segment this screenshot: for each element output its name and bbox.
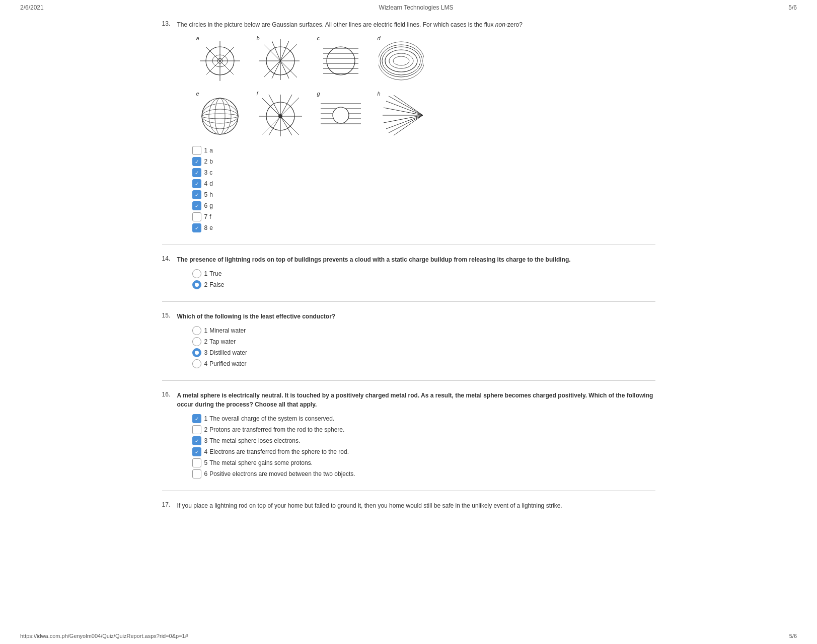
q16-option-6[interactable]: 6 Positive electrons are moved between t… — [192, 469, 655, 478]
q17-text: If you place a lightning rod on top of y… — [177, 501, 562, 510]
gaussian-label-f: f — [257, 91, 258, 97]
q14-option-1[interactable]: 1 True — [192, 269, 655, 278]
svg-point-36 — [393, 56, 409, 65]
page-num: 5/6 — [788, 4, 797, 11]
question-14: 14. The presence of lightning rods on to… — [162, 255, 655, 302]
gaussian-label-a: a — [196, 35, 199, 41]
svg-point-24 — [327, 47, 355, 75]
q13-opt6-label: g — [209, 202, 213, 209]
q15-radio-4[interactable] — [192, 359, 201, 368]
gaussian-e: e — [192, 90, 248, 140]
q16-checkbox-1[interactable] — [192, 414, 201, 423]
q15-option-2[interactable]: 2 Tap water — [192, 337, 655, 346]
svg-line-63 — [389, 96, 423, 115]
q13-option-1[interactable]: 1 a — [192, 146, 655, 155]
question-16: 16. A metal sphere is electrically neutr… — [162, 391, 655, 491]
q13-checkbox-7[interactable] — [192, 212, 201, 221]
q15-number: 15. — [162, 312, 177, 321]
q13-checkbox-4[interactable] — [192, 179, 201, 188]
q15-option-4[interactable]: 4 Purified water — [192, 359, 655, 368]
q13-opt4-label: d — [209, 180, 213, 187]
q16-option-5[interactable]: 5 The metal sphere gains some protons. — [192, 458, 655, 467]
q15-radio-2[interactable] — [192, 337, 201, 346]
q13-checkbox-2[interactable] — [192, 157, 201, 166]
q16-opt6-num: 6 — [204, 470, 208, 477]
q13-option-7[interactable]: 7 f — [192, 212, 655, 221]
q13-opt7-label: f — [209, 213, 211, 220]
q14-opt1-num: 1 — [204, 270, 208, 277]
svg-point-62 — [333, 107, 349, 123]
q16-number: 16. — [162, 391, 177, 409]
gaussian-label-c: c — [317, 35, 320, 41]
q16-option-4[interactable]: 4 Electrons are transferred from the sph… — [192, 447, 655, 456]
q16-opt2-num: 2 — [204, 426, 208, 433]
q15-opt3-label: Distilled water — [209, 349, 247, 356]
q15-opt1-num: 1 — [204, 327, 208, 334]
gaussian-label-g: g — [317, 91, 320, 97]
svg-line-5 — [206, 47, 220, 61]
svg-line-49 — [280, 98, 299, 116]
question-15: 15. Which of the following is the least … — [162, 312, 655, 381]
q13-opt5-num: 5 — [204, 191, 208, 198]
q15-option-3[interactable]: 3 Distilled water — [192, 348, 655, 357]
q13-opt3-label: c — [209, 169, 212, 176]
q15-text: Which of the following is the least effe… — [177, 312, 336, 321]
q16-opt3-num: 3 — [204, 437, 208, 444]
q16-opt2-label: Protons are transferred from the rod to … — [209, 426, 344, 433]
q13-checkbox-3[interactable] — [192, 168, 201, 177]
q13-option-8[interactable]: 8 e — [192, 223, 655, 232]
q15-opt2-num: 2 — [204, 338, 208, 345]
svg-point-38 — [202, 109, 238, 123]
q13-option-2[interactable]: 2 b — [192, 157, 655, 166]
q15-radio-1[interactable] — [192, 326, 201, 335]
q16-opt6-label: Positive electrons are moved between the… — [209, 470, 355, 477]
q16-opt5-num: 5 — [204, 459, 208, 466]
q16-option-3[interactable]: 3 The metal sphere loses electrons. — [192, 436, 655, 445]
q13-checkbox-5[interactable] — [192, 190, 201, 199]
q13-option-5[interactable]: 5 h — [192, 190, 655, 199]
q13-checkbox-6[interactable] — [192, 201, 201, 210]
q14-text: The presence of lightning rods on top of… — [177, 255, 571, 264]
q14-radio-1[interactable] — [192, 269, 201, 278]
q16-option-2[interactable]: 2 Protons are transferred from the rod t… — [192, 425, 655, 434]
q16-checkbox-5[interactable] — [192, 458, 201, 467]
q14-opt2-label: False — [209, 281, 224, 288]
svg-line-22 — [272, 61, 280, 78]
q13-opt1-num: 1 — [204, 147, 208, 154]
q15-options: 1 Mineral water 2 Tap water 3 Distilled … — [192, 326, 655, 368]
gaussian-d: d — [374, 34, 429, 85]
svg-line-48 — [262, 98, 280, 116]
q15-radio-3[interactable] — [192, 348, 201, 357]
svg-point-35 — [389, 53, 413, 68]
question-17: 17. If you place a lightning rod on top … — [162, 501, 655, 525]
q13-opt4-num: 4 — [204, 180, 208, 187]
q13-option-4[interactable]: 4 d — [192, 179, 655, 188]
svg-line-69 — [389, 115, 423, 133]
q14-option-2[interactable]: 2 False — [192, 280, 655, 289]
gaussian-label-e: e — [196, 91, 199, 97]
q16-checkbox-6[interactable] — [192, 469, 201, 478]
q16-checkbox-3[interactable] — [192, 436, 201, 445]
q13-checkbox-8[interactable] — [192, 223, 201, 232]
gaussian-h: h — [374, 90, 429, 140]
q16-opt3-label: The metal sphere loses electrons. — [209, 437, 300, 444]
q13-opt1-label: a — [209, 147, 213, 154]
q16-checkbox-4[interactable] — [192, 447, 201, 456]
svg-line-23 — [280, 61, 289, 78]
q15-option-1[interactable]: 1 Mineral water — [192, 326, 655, 335]
q15-opt4-num: 4 — [204, 360, 208, 367]
q13-option-6[interactable]: 6 g — [192, 201, 655, 210]
question-13: 13. The circles in the picture below are… — [162, 20, 655, 245]
q13-option-3[interactable]: 3 c — [192, 168, 655, 177]
q13-opt3-num: 3 — [204, 169, 208, 176]
svg-point-32 — [382, 47, 420, 75]
q14-radio-2[interactable] — [192, 280, 201, 289]
svg-point-40 — [202, 114, 238, 119]
q13-opt5-label: h — [209, 191, 213, 198]
q13-checkbox-1[interactable] — [192, 146, 201, 155]
q16-option-1[interactable]: 1 The overall charge of the system is co… — [192, 414, 655, 423]
q13-options: 1 a 2 b 3 c 4 d 5 h — [192, 146, 655, 232]
q15-opt4-label: Purified water — [209, 360, 246, 367]
q16-checkbox-2[interactable] — [192, 425, 201, 434]
svg-line-64 — [386, 101, 423, 115]
